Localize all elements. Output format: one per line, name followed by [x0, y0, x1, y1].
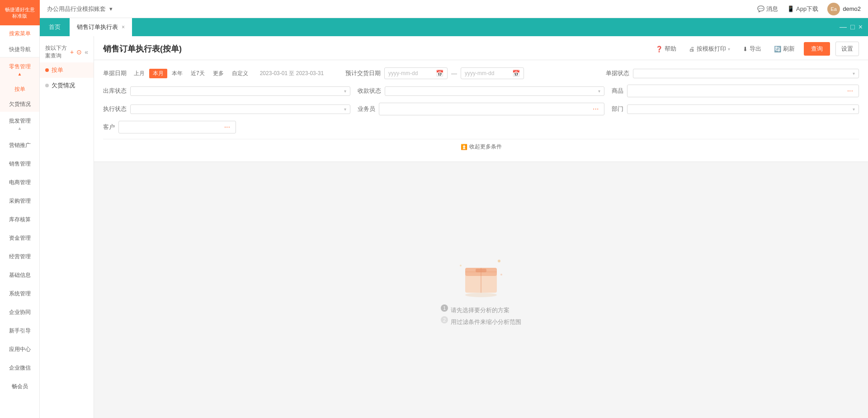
filter-department-item: 部门 ▾ [612, 104, 859, 114]
expected-date-start[interactable]: yyyy-mm-dd 📅 [384, 67, 448, 79]
sidebar-item-member[interactable]: 畅会员 [0, 377, 39, 396]
sidebar-item-sales[interactable]: 销售管理 [0, 155, 39, 173]
page-actions: ❓ 帮助 🖨 按模板打印 ▾ ⬇ 导出 🔄 [652, 42, 859, 56]
date-tab-more[interactable]: 更多 [209, 69, 227, 78]
window-close-icon[interactable]: × [859, 23, 863, 31]
message-icon: 💬 [757, 5, 764, 12]
collapse-more-button[interactable]: ⏫ 收起更多条件 [103, 139, 859, 154]
settings-button[interactable]: 设置 [835, 42, 859, 56]
query-button[interactable]: 查询 [804, 42, 830, 56]
expected-date-end-text: yyyy-mm-dd [465, 70, 494, 76]
minimize-icon[interactable]: — [840, 23, 847, 31]
sidebar-item-finance[interactable]: 资金管理 [0, 229, 39, 247]
delivery-status-select[interactable]: ▾ [130, 86, 350, 96]
breadcrumb-dropdown-icon[interactable]: ▾ [109, 5, 113, 12]
sidebar-item-newbie[interactable]: 新手引导 [0, 322, 39, 340]
sidebar-item-retail[interactable]: 零售管理 ▲ [0, 57, 39, 82]
empty-state-icon [454, 252, 508, 297]
expected-date-end[interactable]: yyyy-mm-dd 📅 [461, 67, 524, 79]
execution-status-select[interactable]: ▾ [130, 104, 350, 114]
refresh-button[interactable]: 🔄 刷新 [770, 43, 798, 55]
left-panel-item-orders[interactable]: 按单 [40, 62, 94, 78]
filter-row-4: 客户 ··· [103, 121, 859, 133]
add-scheme-icon[interactable]: + [70, 48, 74, 56]
sidebar-logo: 畅捷通好生意 标准版 [0, 0, 40, 25]
status-select[interactable]: ▾ [633, 69, 859, 78]
tab-active-sales-execution[interactable]: 销售订单执行表 × [70, 18, 132, 36]
maximize-icon[interactable]: □ [850, 23, 855, 31]
ecommerce-label: 电商管理 [9, 179, 31, 186]
empty-step-2: 2 用过滤条件来缩小分析范围 [441, 316, 521, 328]
filter-row-3: 执行状态 ▾ 业务员 ··· [103, 103, 859, 115]
page-content: 按以下方案查询 + ⊙ « 按单 欠货情况 销售订单执行表(按单) [40, 36, 868, 418]
export-button[interactable]: ⬇ 导出 [739, 43, 765, 55]
sidebar-item-ecommerce[interactable]: 电商管理 [0, 173, 39, 192]
sidebar-item-system[interactable]: 系统管理 [0, 285, 39, 303]
goods-label: 商品 [612, 87, 623, 95]
purchase-label: 采购管理 [9, 197, 31, 205]
date-tab-7days[interactable]: 近7天 [187, 69, 208, 78]
sidebar-item-enterprise[interactable]: 企业协同 [0, 303, 39, 322]
sidebar-item-wholesale[interactable]: 批发管理 ▲ [0, 112, 39, 136]
sidebar-subitem-debt[interactable]: 欠货情况 [0, 97, 39, 112]
execution-status-label: 执行状态 [103, 105, 127, 113]
settings-scheme-icon[interactable]: ⊙ [76, 48, 82, 56]
page-title: 销售订单执行表(按单) [103, 43, 182, 54]
date-tab-last-month[interactable]: 上月 [130, 69, 148, 78]
status-arrow-icon: ▾ [853, 71, 855, 76]
svg-point-8 [500, 274, 502, 276]
salesperson-dots-icon[interactable]: ··· [591, 105, 600, 113]
delivery-status-control: ▾ [130, 86, 350, 96]
print-label: 按模板打印 [697, 45, 726, 53]
sidebar-item-operation[interactable]: 经营管理 [0, 247, 39, 266]
marketing-label: 营销推广 [9, 142, 31, 149]
filter-expected-date-item: 预计交货日期 yyyy-mm-dd 📅 — yyyy-mm-dd 📅 [345, 67, 599, 79]
page-header-row: 销售订单执行表(按单) ❓ 帮助 🖨 按模板打印 ▾ ⬇ [103, 42, 859, 56]
collection-status-label: 收款状态 [358, 87, 381, 95]
active-dot [45, 68, 49, 72]
delivery-status-arrow-icon: ▾ [344, 89, 346, 94]
collapse-label: 收起更多条件 [469, 143, 502, 151]
salesperson-label: 业务员 [358, 105, 375, 113]
date-label: 单据日期 [103, 69, 127, 77]
step-2-text: 用过滤条件来缩小分析范围 [451, 316, 521, 328]
sidebar-quick-nav[interactable]: 快捷导航 [0, 42, 39, 57]
tab-close-icon[interactable]: × [122, 24, 125, 30]
date-range-text: 2023-03-01 至 2023-03-31 [260, 70, 324, 77]
app-download-button[interactable]: 📱 App下载 [787, 5, 818, 13]
help-button[interactable]: ❓ 帮助 [652, 43, 680, 55]
left-panel-title-text: 按以下方案查询 [45, 44, 70, 60]
empty-step-1: 1 请先选择要分析的方案 [441, 304, 521, 316]
print-button[interactable]: 🖨 按模板打印 ▾ [685, 43, 734, 55]
sidebar-subitem-orders[interactable]: 按单 [0, 82, 39, 97]
message-button[interactable]: 💬 消息 [757, 5, 778, 13]
left-panel-item-debt[interactable]: 欠货情况 [40, 78, 94, 93]
operation-label: 经营管理 [9, 253, 31, 261]
sidebar-item-apps[interactable]: 应用中心 [0, 340, 39, 359]
svg-rect-4 [476, 269, 486, 272]
date-tab-this-month[interactable]: 本月 [149, 69, 167, 78]
department-select[interactable]: ▾ [627, 104, 859, 114]
sidebar-item-wechat[interactable]: 企业微信 [0, 359, 39, 377]
filter-collection-item: 收款状态 ▾ [358, 86, 605, 96]
tab-home[interactable]: 首页 [40, 18, 70, 36]
wholesale-arrow: ▲ [18, 126, 22, 131]
collection-status-select[interactable]: ▾ [385, 86, 605, 96]
sidebar-item-purchase[interactable]: 采购管理 [0, 192, 39, 210]
customer-dots-icon[interactable]: ··· [222, 123, 232, 131]
sidebar-search[interactable]: 搜索菜单 [0, 25, 39, 42]
filter-salesperson-item: 业务员 ··· [358, 103, 605, 115]
collapse-panel-icon[interactable]: « [85, 48, 88, 56]
customer-input-wrap: ··· [118, 121, 236, 133]
user-profile[interactable]: Ea demo2 [827, 3, 861, 15]
date-tab-custom[interactable]: 自定义 [228, 69, 252, 78]
sidebar-item-marketing[interactable]: 营销推广 [0, 136, 39, 155]
sidebar-item-basic[interactable]: 基础信息 [0, 266, 39, 285]
left-panel-item-debt-label: 欠货情况 [52, 81, 75, 90]
sidebar-item-inventory[interactable]: 库存核算 [0, 210, 39, 229]
department-label: 部门 [612, 105, 623, 113]
goods-dots-icon[interactable]: ··· [845, 87, 855, 95]
date-tab-this-year[interactable]: 本年 [168, 69, 186, 78]
apps-label: 应用中心 [9, 346, 31, 353]
date-group: 上月 本月 本年 近7天 更多 自定义 2023-03-01 至 2023-03… [130, 69, 324, 78]
